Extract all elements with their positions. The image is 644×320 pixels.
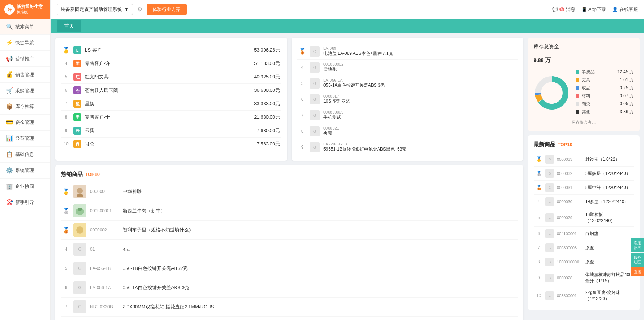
broadcast-button[interactable]: 直播 — [631, 267, 644, 276]
table-row: 10 肖 肖总 7,563.00元 — [61, 138, 281, 151]
sidebar-item-label: 资金管理 — [15, 119, 34, 126]
product-thumb: G — [310, 62, 320, 73]
donut-chart — [534, 75, 570, 111]
sidebar-item-sales[interactable]: 💰 销售管理 — [0, 67, 50, 83]
product-name: 封边带（1.0*22） — [585, 156, 632, 163]
tab-home[interactable]: 首页 — [57, 20, 81, 32]
top10-badge: TOP10 — [558, 142, 572, 147]
customer-name: 零售客户-于 — [85, 114, 250, 120]
product-name: 10S 变刑罗浆 — [323, 98, 516, 104]
product-thumb: G — [310, 78, 320, 89]
donut-svg — [534, 75, 570, 111]
product-name: 5厘多层（1220*2440） — [585, 171, 632, 177]
customer-service-button[interactable]: 客服热线 — [631, 238, 644, 252]
app-download[interactable]: 📱 App下载 — [581, 6, 606, 13]
product-code: 0000002 — [90, 227, 119, 233]
message-badge[interactable]: 💬 6 消息 — [552, 6, 575, 13]
inventory-amount-row: 9.88 万 — [534, 53, 634, 65]
product-thumb: G — [545, 155, 554, 164]
product-code: 000800005 — [323, 110, 516, 114]
goods-ranking-card: 🥉 G LA-089 电池盖 LA-089 ABS本色+黑种 7.1克 4 G — [292, 38, 523, 161]
sidebar-item-label: 企业协同 — [15, 183, 34, 190]
product-name: 智利车子里（规格不知道填什么） — [123, 227, 516, 233]
product-code: 0000028 — [557, 276, 582, 280]
sales-icon: 💰 — [6, 71, 12, 78]
customer-amount: 40,925.00元 — [254, 74, 280, 80]
product-code: 000800008 — [557, 246, 582, 250]
sys-select[interactable]: 装备及固定资产辅助管理系统 ▼ — [57, 4, 133, 15]
sidebar-item-operation[interactable]: 📊 经营管理 — [0, 131, 50, 147]
product-name: 雪地靴 — [323, 66, 516, 73]
legend-value: 0.25 万 — [620, 85, 634, 91]
table-row: 8 G 0000021 夹壳 — [297, 123, 518, 139]
product-thumb — [73, 223, 86, 237]
legend-dot — [576, 70, 579, 74]
product-thumb: G — [73, 281, 86, 294]
product-name: 59651-1B旋转投影灯电池盒ABS黑色+58壳 — [323, 146, 516, 152]
sidebar-item-basic[interactable]: 📋 基础信息 — [0, 147, 50, 163]
customer-name: 云扬 — [85, 127, 253, 134]
product-thumb: G — [545, 197, 554, 206]
legend-dot — [576, 94, 579, 98]
online-service[interactable]: 👤 在线客服 — [612, 6, 638, 13]
system-icon: ⚙️ — [6, 167, 12, 174]
community-button[interactable]: 服务社区 — [631, 253, 644, 267]
hot-products-card: 热销商品 TOP10 🥇 0000001 中华神雕 🥈 — [55, 165, 523, 320]
product-thumb — [73, 204, 86, 217]
inventory-card: 库存总资金 9.88 万 — [528, 38, 640, 131]
product-code: 0000017 — [323, 94, 516, 98]
legend-value: -0.05 万 — [618, 101, 634, 107]
product-thumb: G — [310, 94, 320, 104]
inventory-icon: 📦 — [6, 103, 12, 110]
settings-icon[interactable]: ⚙ — [137, 6, 142, 13]
product-thumb: G — [545, 258, 554, 266]
sidebar-item-inventory[interactable]: 📦 库存核算 — [0, 99, 50, 115]
sidebar-item-quicknav[interactable]: ⚡ 快捷导航 — [0, 35, 50, 51]
svg-point-5 — [78, 208, 82, 211]
dropdown-icon: ▼ — [124, 7, 129, 12]
legend-label: 半成品 — [582, 69, 615, 75]
product-name: 白钢垫 — [585, 231, 632, 237]
sidebar-item-corporate[interactable]: 🏢 企业协同 — [0, 179, 50, 194]
medal-bronze-icon: 🥉 — [535, 185, 542, 190]
corporate-icon: 🏢 — [6, 183, 12, 190]
list-item: 5 G 0000029 18颗粒板（1220*2440） — [534, 209, 634, 227]
message-label: 消息 — [566, 6, 575, 13]
trial-button[interactable]: 体验行业方案 — [147, 4, 187, 15]
customer-amount: 36,600.00元 — [254, 87, 280, 94]
rank-number: 6 — [299, 97, 306, 102]
list-item: 🥇 G 0000033 封边带（1.0*22） — [534, 152, 634, 167]
medal-gold-icon: 🥇 — [535, 156, 542, 162]
legend-label: 其他 — [582, 109, 616, 115]
right-panel: 库存总资金 9.88 万 — [528, 33, 644, 320]
sidebar-item-system[interactable]: ⚙️ 系统管理 — [0, 163, 50, 179]
table-row: 🥇 L LS 客户 53,006.26元 — [61, 44, 281, 57]
legend-item: 材料 0.07 万 — [576, 93, 634, 99]
customer-badge: 苍 — [73, 86, 81, 94]
sidebar-item-marketing[interactable]: 📢 营销推广 — [0, 51, 50, 67]
product-thumb: G — [73, 262, 86, 275]
product-code: LA-056-1A — [323, 78, 516, 82]
topbar-right: 💬 6 消息 📱 App下载 👤 在线客服 — [552, 6, 638, 13]
service-label: 客服热线 — [634, 241, 641, 250]
customer-amount: 51,183.00元 — [254, 60, 280, 67]
sidebar-item-label: 搜索菜单 — [15, 24, 34, 30]
sidebar-item-search[interactable]: 🔍 搜索菜单 — [0, 19, 50, 35]
sidebar-item-purchase[interactable]: 🛒 采购管理 — [0, 83, 50, 99]
product-code: LA-089 — [323, 46, 516, 50]
product-code: 10000100001 — [557, 260, 582, 264]
list-item: 🥇 0000001 中华神雕 — [61, 182, 518, 201]
product-code: 0000031 — [557, 185, 582, 190]
badge-count: 6 — [559, 7, 564, 11]
service-icon: 👤 — [612, 7, 618, 12]
sidebar-item-label: 采购管理 — [15, 87, 34, 94]
customer-badge: 星 — [73, 100, 81, 108]
sidebar-item-guide[interactable]: 🎯 新手引导 — [0, 194, 50, 210]
table-row: 7 星 星扬 33,333.00元 — [61, 97, 281, 111]
medal-bronze-icon: 🥉 — [299, 48, 306, 55]
sidebar-item-finance[interactable]: 💳 资金管理 — [0, 115, 50, 131]
rank-number: 10 — [535, 293, 542, 298]
product-thumb: G — [310, 126, 320, 136]
broadcast-label: 直播 — [634, 270, 641, 274]
inventory-title: 库存总资金 — [534, 44, 634, 50]
